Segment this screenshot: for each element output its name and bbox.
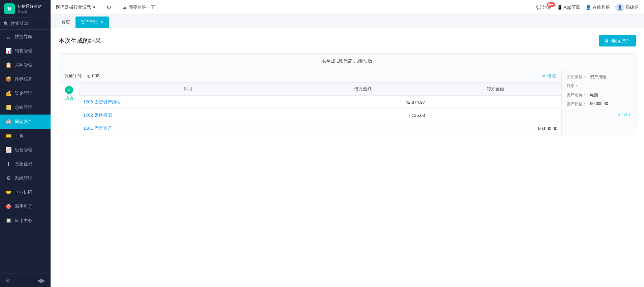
sidebar-item-label: 新手引导 <box>15 203 32 210</box>
side-panel-date: 日期： <box>566 83 631 89</box>
sidebar-item-label: 库存核算 <box>15 76 32 82</box>
messages-button[interactable]: 💬 消息 99+ <box>536 4 552 10</box>
app-download-button[interactable]: 📱 App下载 <box>557 4 580 10</box>
table-row: 1602 累计折旧 7,125.03 <box>79 109 561 122</box>
toggle-sidebar-button[interactable]: ◀▶ <box>37 277 45 284</box>
sidebar-search[interactable]: 🔍 搜索菜单 <box>0 18 51 30</box>
avatar: 👤 <box>615 3 624 12</box>
sidebar-item-system[interactable]: ⚙ 系统管理 <box>0 171 51 185</box>
operations-icon: 📈 <box>5 147 11 153</box>
payroll-icon: 💳 <box>5 133 11 139</box>
search-label: 搜索菜单 <box>11 21 28 27</box>
home-icon: ⌂ <box>5 34 11 40</box>
tabbar: 首页 资产管理 ✕ <box>51 15 644 28</box>
inventory-icon: 📦 <box>5 76 11 82</box>
user-menu[interactable]: 👤 畅捷通 <box>615 3 639 12</box>
result-summary: 共生成 1张凭证，0张失败 <box>59 54 636 69</box>
date-label: 日期： <box>566 83 590 89</box>
sidebar-item-ledger[interactable]: 📒 总账管理 <box>0 100 51 115</box>
sidebar-item-capital[interactable]: 💰 资金管理 <box>0 86 51 100</box>
sidebar-nav: ⌂ 快捷导航 📊 销售管理 📋 采购管理 📦 库存核算 💰 资金管理 📒 总账管… <box>0 30 51 274</box>
sidebar-item-quick-nav[interactable]: ⌂ 快捷导航 <box>0 30 51 44</box>
row2-debit: 7,125.03 <box>297 109 429 122</box>
sidebar-item-label: 工资 <box>15 133 24 139</box>
download-icon: 📱 <box>557 5 562 10</box>
fixed-assets-icon: 🏢 <box>5 119 11 125</box>
edit-icon: ✏ <box>542 73 546 78</box>
status-cell: ✓ 成功 <box>59 83 79 104</box>
voucher-block: 凭证字号：记-003 ✏ 修改 ✓ 成功 <box>59 69 636 135</box>
main-area: 医疗器械行业演示 ▾ ⚙ ☁ 我要体验一下 💬 消息 99+ 📱 App下载 👤… <box>51 0 644 287</box>
app-title: 畅捷通好业财 <box>18 4 42 9</box>
sidebar-item-fixed-assets[interactable]: 🏢 固定资产 <box>0 115 51 129</box>
settings-icon[interactable]: ⚙ <box>5 277 10 284</box>
row2-credit <box>429 109 561 122</box>
sidebar-item-label: 系统管理 <box>15 175 32 181</box>
voucher-header: 凭证字号：记-003 ✏ 修改 <box>59 69 561 83</box>
voucher-main: 凭证字号：记-003 ✏ 修改 ✓ 成功 <box>59 69 561 135</box>
sidebar-item-operations[interactable]: 📈 经营管理 <box>0 143 51 157</box>
summary-text: 共生成 1张凭证，0张失败 <box>322 59 372 64</box>
col-subject: 科目 <box>79 83 297 96</box>
asset-name-value: 电脑 <box>590 92 598 98</box>
row3-debit <box>297 122 429 135</box>
sidebar-logo: 畅 畅捷通好业财 普及版 <box>0 0 51 18</box>
tab-home-label: 首页 <box>61 20 70 25</box>
tab-asset-label: 资产管理 <box>81 19 98 25</box>
table-wrapper: 科目 借方金额 贷方金额 1606 固定资产清理 42,874.97 <box>79 83 561 135</box>
status-text: 成功 <box>65 95 73 101</box>
ledger-icon: 📒 <box>5 104 11 110</box>
prev-page-icon[interactable]: < <box>618 113 621 117</box>
col-credit: 贷方金额 <box>429 83 561 96</box>
purchase-icon: 📋 <box>5 62 11 68</box>
project-selector[interactable]: 医疗器械行业演示 ▾ <box>56 4 95 10</box>
voucher-content: ✓ 成功 科目 借方金额 贷方金额 <box>59 83 561 135</box>
pagination[interactable]: < 1/1 > <box>566 113 631 117</box>
message-icon: 💬 <box>536 5 542 10</box>
side-panel-asset-name: 资产名称： 电脑 <box>566 92 631 98</box>
sidebar-item-label: 采购管理 <box>15 62 32 68</box>
topbar-divider2 <box>117 4 117 11</box>
sidebar-item-label: 应用中心 <box>15 218 32 224</box>
success-icon: ✓ <box>65 86 73 94</box>
sidebar: 畅 畅捷通好业财 普及版 🔍 搜索菜单 ⌂ 快捷导航 📊 销售管理 📋 采购管理… <box>0 0 51 287</box>
sidebar-item-label: 总账管理 <box>15 104 32 110</box>
side-panel-asset-value: 资产原值： 50,000.00 <box>566 101 631 107</box>
next-page-icon[interactable]: > <box>628 113 631 117</box>
return-button[interactable]: 返回固定资产 <box>599 35 636 46</box>
voucher-number: 凭证字号：记-003 <box>64 73 99 79</box>
row3-subject: 1601 固定资产 <box>79 122 297 135</box>
row1-subject: 1606 固定资产清理 <box>79 96 297 109</box>
table-row: 1606 固定资产清理 42,874.97 <box>79 96 561 109</box>
sidebar-item-label: 资金管理 <box>15 90 32 96</box>
edit-button[interactable]: ✏ 修改 <box>542 73 556 79</box>
topbar: 医疗器械行业演示 ▾ ⚙ ☁ 我要体验一下 💬 消息 99+ 📱 App下载 👤… <box>51 0 644 15</box>
sidebar-item-basic-info[interactable]: ℹ 基础信息 <box>0 157 51 171</box>
experience-button[interactable]: ☁ 我要体验一下 <box>122 4 155 10</box>
online-service-button[interactable]: 👤 在线客服 <box>586 4 610 10</box>
sidebar-item-guide[interactable]: 🎯 新手引导 <box>0 199 51 214</box>
sidebar-item-label: 企业协同 <box>15 189 32 195</box>
sidebar-item-sales[interactable]: 📊 销售管理 <box>0 44 51 58</box>
asset-name-label: 资产名称： <box>566 92 590 98</box>
sidebar-item-label: 快捷导航 <box>15 34 32 40</box>
row3-credit: 50,000.00 <box>429 122 561 135</box>
voucher-table: 科目 借方金额 贷方金额 1606 固定资产清理 42,874.97 <box>79 83 561 135</box>
service-icon: 👤 <box>586 5 591 10</box>
sidebar-item-label: 固定资产 <box>15 119 32 125</box>
app-download-label: App下载 <box>564 4 580 10</box>
result-area: 共生成 1张凭证，0张失败 凭证字号：记-003 ✏ 修改 ✓ 成功 <box>59 53 636 135</box>
sidebar-item-app-center[interactable]: 🔲 应用中心 <box>0 214 51 228</box>
tab-home[interactable]: 首页 <box>56 17 75 28</box>
tab-close-icon[interactable]: ✕ <box>100 20 103 25</box>
sidebar-item-enterprise[interactable]: 🤝 企业协同 <box>0 185 51 199</box>
enterprise-icon: 🤝 <box>5 189 11 195</box>
content-area: 本次生成的结果 返回固定资产 共生成 1张凭证，0张失败 凭证字号：记-003 … <box>51 28 644 287</box>
sidebar-item-inventory[interactable]: 📦 库存核算 <box>0 72 51 86</box>
tab-asset-management[interactable]: 资产管理 ✕ <box>75 17 109 28</box>
sidebar-item-purchase[interactable]: 📋 采购管理 <box>0 58 51 72</box>
gear-icon[interactable]: ⚙ <box>106 4 111 10</box>
sidebar-item-payroll[interactable]: 💳 工资 <box>0 129 51 143</box>
col-debit: 借方金额 <box>297 83 429 96</box>
change-type-label: 变动类型： <box>566 74 590 80</box>
